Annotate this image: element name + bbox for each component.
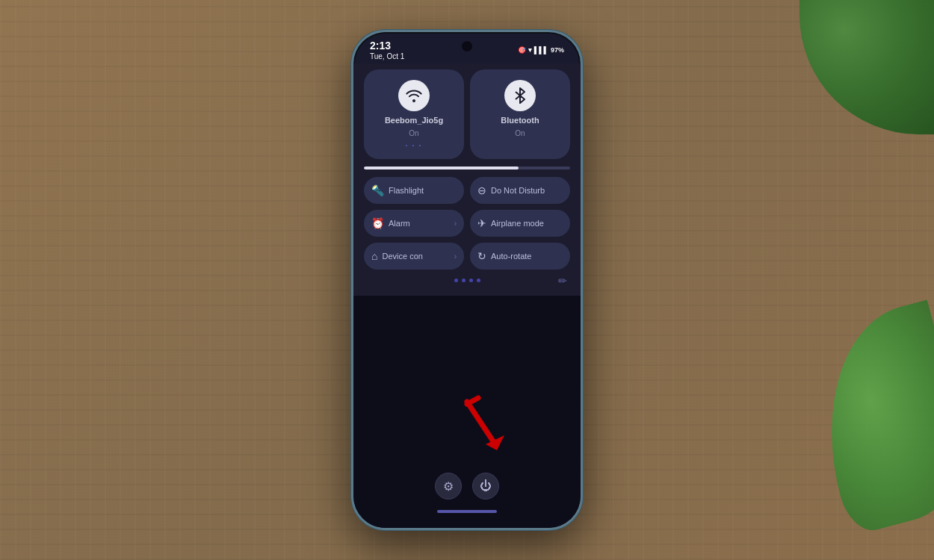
power-button	[581, 137, 583, 174]
device-controls-arrow: ›	[454, 252, 457, 261]
bluetooth-tile-label: Bluetooth	[501, 116, 539, 125]
phone-frame: 2:13 Tue, Oct 1 🎯 ▾ ▌▌▌ 97% Beebom_Jio5	[351, 30, 583, 530]
wifi-icon-svg	[406, 89, 422, 102]
svg-line-4	[467, 398, 478, 404]
red-arrow-svg	[445, 391, 519, 458]
device-controls-label: Device con	[382, 252, 422, 261]
alarm-icon: ⏰	[371, 217, 384, 229]
home-indicator[interactable]	[437, 510, 497, 513]
page-dot-1	[454, 279, 458, 282]
wifi-icon-circle	[398, 80, 430, 111]
home-screen-area: ⚙ ⏻	[353, 296, 581, 528]
quick-settings-panel: Beebom_Jio5g On • • • Bluetooth On	[353, 63, 581, 296]
device-controls-icon: ⌂	[371, 250, 377, 262]
brightness-fill	[364, 167, 519, 169]
bluetooth-tile[interactable]: Bluetooth On	[470, 69, 570, 159]
status-date: Tue, Oct 1	[370, 52, 404, 60]
dnd-icon: ⊖	[477, 184, 486, 196]
page-nav: ✏	[364, 276, 570, 285]
large-tiles-row: Beebom_Jio5g On • • • Bluetooth On	[364, 69, 570, 159]
wifi-icon: ▾	[528, 46, 532, 54]
flashlight-button[interactable]: 🔦 Flashlight	[364, 177, 464, 204]
svg-line-2	[467, 402, 493, 441]
signal-icon: ▌▌▌	[534, 46, 548, 54]
page-dots	[454, 279, 480, 282]
bluetooth-icon-svg	[513, 87, 527, 105]
wifi-tile-sublabel: On	[409, 129, 418, 137]
toggle-row-1: 🔦 Flashlight ⊖ Do Not Disturb	[364, 177, 570, 204]
auto-rotate-button[interactable]: ↻ Auto-rotate	[470, 243, 570, 270]
device-controls-button[interactable]: ⌂ Device con ›	[364, 243, 464, 270]
brightness-slider[interactable]	[364, 167, 570, 169]
battery-icon: 97%	[551, 46, 564, 54]
airplane-label: Airplane mode	[491, 219, 544, 228]
power-button-icon[interactable]: ⏻	[472, 473, 499, 500]
alarm-button[interactable]: ⏰ Alarm ›	[364, 210, 464, 237]
settings-button[interactable]: ⚙	[435, 473, 462, 500]
flashlight-label: Flashlight	[389, 186, 424, 195]
edit-icon[interactable]: ✏	[558, 275, 567, 287]
bottom-action-row: ⚙ ⏻	[435, 473, 499, 500]
airplane-icon: ✈	[477, 217, 486, 229]
auto-rotate-label: Auto-rotate	[491, 252, 531, 261]
auto-rotate-icon: ↻	[477, 250, 486, 262]
wifi-tile[interactable]: Beebom_Jio5g On • • •	[364, 69, 464, 159]
status-icons: 🎯 ▾ ▌▌▌ 97%	[518, 46, 564, 54]
settings-icon: ⚙	[443, 479, 454, 494]
location-icon: 🎯	[518, 46, 526, 54]
airplane-button[interactable]: ✈ Airplane mode	[470, 210, 570, 237]
do-not-disturb-button[interactable]: ⊖ Do Not Disturb	[470, 177, 570, 204]
volume-down-button	[351, 155, 353, 193]
toggle-row-2: ⏰ Alarm › ✈ Airplane mode	[364, 210, 570, 237]
toggle-row-3: ⌂ Device con › ↻ Auto-rotate	[364, 243, 570, 270]
wifi-tile-label: Beebom_Jio5g	[385, 116, 443, 125]
leaf-decoration-top	[800, 0, 934, 134]
page-dot-4	[477, 279, 480, 282]
page-dot-3	[469, 279, 473, 282]
volume-up-button	[351, 122, 353, 144]
bluetooth-tile-sublabel: On	[515, 129, 525, 137]
dnd-label: Do Not Disturb	[491, 186, 545, 195]
flashlight-icon: 🔦	[371, 184, 384, 196]
wifi-tile-dots: • • •	[406, 142, 423, 149]
alarm-label: Alarm	[389, 219, 410, 228]
red-arrow-indicator	[445, 391, 519, 461]
status-time: 2:13	[370, 40, 404, 52]
leaf-decoration-bottom	[797, 299, 934, 536]
alarm-arrow: ›	[454, 220, 457, 228]
page-dot-2	[462, 279, 466, 282]
power-icon: ⏻	[480, 479, 492, 493]
front-camera	[462, 41, 472, 52]
bluetooth-icon-circle	[504, 80, 536, 111]
